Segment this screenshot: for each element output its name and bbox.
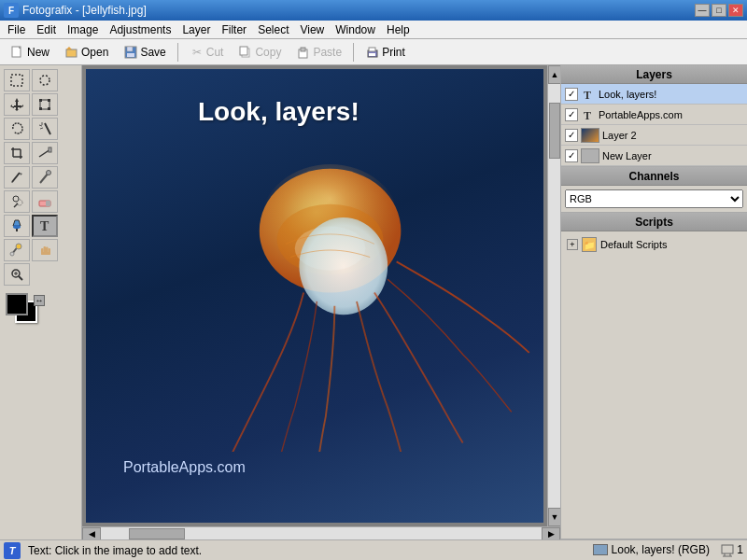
scroll-up-button[interactable]: ▲ [548, 65, 560, 84]
channels-panel-header: Channels [561, 167, 747, 186]
text-tool[interactable]: T [32, 215, 58, 237]
image-canvas[interactable]: Look, layers! PortableApps.com [86, 69, 543, 523]
paste-button[interactable]: Paste [289, 42, 348, 63]
canvas-area[interactable]: Look, layers! PortableApps.com ◀ ▶ ▲ ▼ [82, 65, 560, 539]
svg-rect-9 [240, 47, 247, 55]
pencil-tool[interactable] [4, 166, 30, 189]
zoom-tool[interactable] [4, 263, 30, 286]
scroll-track-v[interactable] [548, 84, 560, 508]
swap-colors[interactable]: ↔ [34, 295, 45, 306]
copy-label: Copy [255, 46, 281, 59]
right-panel: Layers✓TLook, layers!✓TPortableApps.com✓… [560, 65, 747, 539]
eyedropper-tool[interactable] [4, 239, 30, 261]
svg-line-39 [14, 203, 18, 207]
save-button[interactable]: Save [117, 42, 172, 63]
open-button[interactable]: Open [58, 42, 115, 63]
move-tool[interactable] [4, 93, 30, 116]
tool-row-3 [4, 118, 78, 140]
tool-row-1 [4, 69, 78, 91]
svg-point-16 [40, 76, 49, 85]
eraser-tool[interactable] [32, 190, 58, 213]
script-expand-button[interactable]: + [567, 239, 578, 250]
paint-bucket-tool[interactable] [4, 215, 30, 237]
app-icon: F [4, 3, 19, 18]
close-button[interactable]: ✕ [728, 4, 743, 17]
scroll-thumb-h[interactable] [129, 528, 185, 539]
layer-item[interactable]: ✓TPortableApps.com [561, 105, 747, 125]
layer-visibility-check[interactable]: ✓ [565, 108, 578, 121]
tool-row-6 [4, 190, 78, 213]
layer-visibility-check[interactable]: ✓ [565, 88, 578, 101]
clone-tool[interactable] [4, 190, 30, 213]
svg-point-49 [10, 252, 14, 256]
print-button[interactable]: Print [359, 42, 412, 63]
menu-item-view[interactable]: View [294, 21, 330, 38]
new-label: New [27, 46, 49, 59]
layer-item[interactable]: ✓Layer 2 [561, 125, 747, 146]
copy-icon [238, 45, 253, 60]
svg-rect-66 [722, 545, 733, 553]
scroll-right-button[interactable]: ▶ [542, 527, 560, 539]
svg-rect-6 [127, 47, 133, 51]
vertical-scrollbar[interactable]: ▲ ▼ [547, 65, 560, 526]
print-icon [365, 45, 380, 60]
status-layer-icon [593, 544, 608, 555]
script-item[interactable]: +📁Default Scripts [565, 235, 743, 254]
svg-rect-13 [369, 48, 375, 51]
transform-tool[interactable] [32, 93, 58, 116]
titlebar-controls: — □ ✕ [695, 4, 743, 17]
statusbar: T Text: Click in the image to add text. … [0, 539, 747, 560]
svg-point-63 [299, 217, 388, 315]
hand-tool[interactable] [32, 239, 58, 261]
tool-row-7: T [4, 215, 78, 237]
toolbar-separator-1 [177, 43, 178, 62]
magic-wand-tool[interactable] [32, 118, 58, 140]
menu-item-adjustments[interactable]: Adjustments [104, 21, 176, 38]
tool-row-5 [4, 166, 78, 189]
tool-row-2 [4, 93, 78, 116]
new-icon [10, 45, 25, 60]
menu-item-file[interactable]: File [2, 21, 31, 38]
scroll-track-h[interactable] [101, 527, 542, 539]
layer-item[interactable]: ✓TLook, layers! [561, 84, 747, 105]
copy-button[interactable]: Copy [232, 42, 288, 63]
menu-item-window[interactable]: Window [330, 21, 381, 38]
menu-item-filter[interactable]: Filter [216, 21, 252, 38]
tool-row-9 [4, 263, 78, 286]
status-layer-text: Look, layers! (RGB) [612, 543, 710, 556]
cut-button[interactable]: ✂ Cut [183, 42, 231, 63]
save-icon [123, 45, 138, 60]
layer-visibility-check[interactable]: ✓ [565, 149, 578, 162]
print-label: Print [382, 46, 405, 59]
menu-item-layer[interactable]: Layer [176, 21, 216, 38]
menu-item-image[interactable]: Image [62, 21, 104, 38]
scroll-left-button[interactable]: ◀ [82, 527, 101, 539]
open-icon [64, 45, 79, 60]
scroll-down-button[interactable]: ▼ [548, 508, 560, 526]
menu-item-help[interactable]: Help [381, 21, 416, 38]
minimize-button[interactable]: — [695, 4, 710, 17]
status-zoom: 1 [721, 543, 743, 557]
svg-rect-32 [49, 147, 51, 152]
maximize-button[interactable]: □ [712, 4, 726, 17]
paste-icon [296, 45, 311, 60]
menu-item-select[interactable]: Select [252, 21, 294, 38]
menu-item-edit[interactable]: Edit [31, 21, 62, 38]
channel-select[interactable]: RGBRedGreenBlueAlpha [565, 189, 743, 208]
svg-rect-21 [39, 107, 42, 110]
svg-point-44 [13, 225, 21, 229]
brush-tool[interactable] [32, 166, 58, 189]
layer-type-icon: T [581, 107, 596, 122]
layer-visibility-check[interactable]: ✓ [565, 129, 578, 142]
layer-item[interactable]: ✓New Layer [561, 146, 747, 166]
scroll-thumb-v[interactable] [549, 103, 560, 159]
foreground-color[interactable] [6, 293, 28, 315]
svg-line-23 [45, 123, 50, 134]
straighten-tool[interactable] [32, 142, 58, 164]
crop-tool[interactable] [4, 142, 30, 164]
lasso-tool[interactable] [4, 118, 30, 140]
new-button[interactable]: New [4, 42, 56, 63]
marquee-rect-tool[interactable] [4, 69, 30, 91]
marquee-ellipse-tool[interactable] [32, 69, 58, 91]
horizontal-scrollbar[interactable]: ◀ ▶ [82, 526, 560, 539]
